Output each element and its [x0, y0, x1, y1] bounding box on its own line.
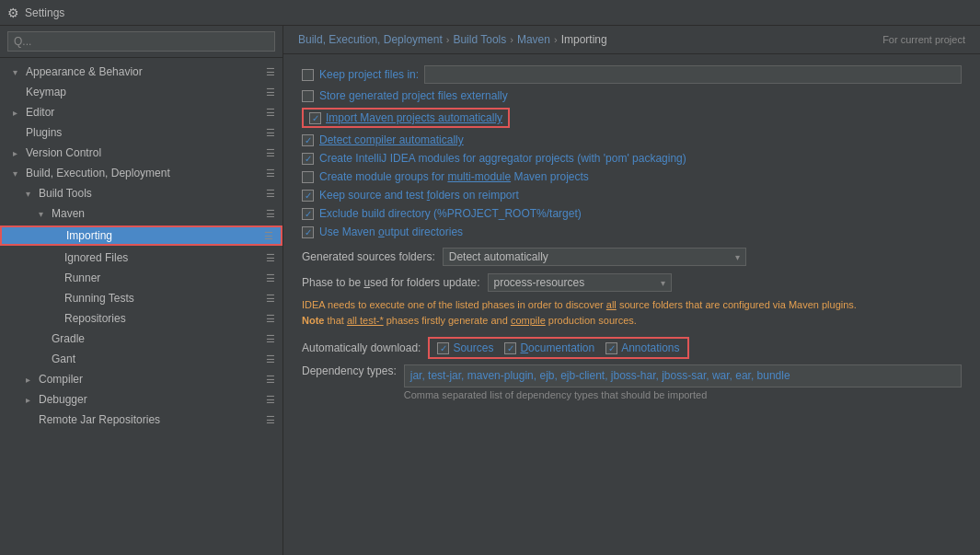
- sources-checkbox[interactable]: [437, 342, 449, 354]
- import-maven-checkbox[interactable]: [309, 112, 321, 124]
- keep-source-folders-label: Keep source and test folders on reimport: [319, 189, 519, 202]
- dropdown-arrow-icon: ▾: [735, 252, 740, 262]
- sidebar-item-label-build-tools: Build Tools: [39, 187, 92, 200]
- arrow-icon-compiler: ▸: [26, 375, 39, 385]
- keep-project-files-label: Keep project files in:: [319, 68, 419, 81]
- create-module-groups-checkbox[interactable]: [302, 171, 314, 183]
- sidebar-item-maven[interactable]: ▾Maven☰: [0, 203, 282, 224]
- detect-compiler-checkbox[interactable]: [302, 134, 314, 146]
- breadcrumb-separator: ›: [510, 34, 513, 45]
- create-modules-checkbox[interactable]: [302, 153, 314, 165]
- sidebar-item-label-plugins: Plugins: [26, 126, 62, 139]
- content-area: Build, Execution, Deployment›Build Tools…: [283, 26, 980, 555]
- sidebar-item-label-running-tests: Running Tests: [64, 292, 134, 305]
- settings-icon-runner: ☰: [266, 272, 275, 284]
- dependency-types-hint: Comma separated list of dependency types…: [404, 389, 962, 400]
- breadcrumb-item-build-tools[interactable]: Build Tools: [453, 33, 506, 46]
- annotations-cb-wrap: Annotations: [605, 341, 679, 354]
- documentation-label: Documentation: [520, 341, 594, 354]
- sidebar-item-runner[interactable]: Runner☰: [0, 268, 282, 288]
- hint-text-block: IDEA needs to execute one of the listed …: [302, 297, 962, 328]
- sidebar-item-version-control[interactable]: ▸Version Control☰: [0, 143, 282, 163]
- arrow-icon-build-tools: ▾: [26, 189, 39, 199]
- store-generated-label: Store generated project files externally: [319, 89, 508, 102]
- sidebar-item-label-editor: Editor: [26, 106, 54, 119]
- arrow-icon-debugger: ▸: [26, 395, 39, 405]
- import-maven-row: Import Maven projects automatically: [302, 108, 510, 128]
- sidebar-item-label-keymap: Keymap: [26, 86, 66, 98]
- sidebar: ▾Appearance & Behavior☰ Keymap☰▸Editor☰ …: [0, 26, 283, 555]
- breadcrumb: Build, Execution, Deployment›Build Tools…: [283, 26, 980, 54]
- sidebar-item-importing[interactable]: Importing☰: [0, 224, 282, 248]
- keep-source-folders-checkbox[interactable]: [302, 190, 314, 202]
- sidebar-item-gradle[interactable]: Gradle☰: [0, 329, 282, 349]
- keep-project-files-input[interactable]: [424, 65, 962, 84]
- phase-dropdown-arrow-icon: ▾: [661, 278, 665, 288]
- use-maven-output-checkbox[interactable]: [302, 226, 314, 238]
- sidebar-item-label-gant: Gant: [52, 353, 75, 365]
- detect-compiler-label: Detect compiler automatically: [319, 133, 464, 146]
- breadcrumb-item-maven[interactable]: Maven: [517, 33, 550, 46]
- dependency-types-value[interactable]: jar, test-jar, maven-plugin, ejb, ejb-cl…: [404, 364, 962, 387]
- keep-project-files-row: Keep project files in:: [302, 65, 962, 84]
- sidebar-item-build-tools[interactable]: ▾Build Tools☰: [0, 183, 282, 203]
- exclude-build-dir-checkbox[interactable]: [302, 208, 314, 220]
- auto-download-row: Automatically download: Sources Document…: [302, 337, 962, 359]
- documentation-cb-wrap: Documentation: [504, 341, 594, 354]
- store-generated-checkbox[interactable]: [302, 90, 314, 102]
- sidebar-item-running-tests[interactable]: Running Tests☰: [0, 288, 282, 308]
- breadcrumb-item-importing: Importing: [561, 33, 607, 46]
- sidebar-item-keymap[interactable]: Keymap☰: [0, 82, 282, 102]
- keep-project-files-checkbox[interactable]: [302, 69, 314, 81]
- sidebar-item-compiler[interactable]: ▸Compiler☰: [0, 369, 282, 389]
- title-bar: ⚙ Settings: [0, 0, 980, 26]
- sidebar-item-label-compiler: Compiler: [39, 373, 83, 386]
- create-module-groups-row: Create module groups for multi-module Ma…: [302, 170, 962, 183]
- documentation-checkbox[interactable]: [504, 342, 516, 354]
- sidebar-item-repositories[interactable]: Repositories☰: [0, 308, 282, 329]
- sidebar-item-editor[interactable]: ▸Editor☰: [0, 102, 282, 122]
- settings-icon-keymap: ☰: [266, 87, 275, 98]
- create-modules-row: Create IntelliJ IDEA modules for aggrega…: [302, 152, 962, 165]
- exclude-build-dir-label: Exclude build directory (%PROJECT_ROOT%/…: [319, 207, 582, 220]
- sidebar-item-remote-jar-repos[interactable]: Remote Jar Repositories☰: [0, 410, 282, 430]
- app-icon: ⚙: [7, 6, 19, 20]
- generated-sources-dropdown[interactable]: Detect automatically ▾: [443, 248, 746, 266]
- auto-download-checkboxes: Sources Documentation Annotations: [428, 337, 688, 359]
- settings-icon-maven: ☰: [266, 208, 275, 220]
- settings-icon-version-control: ☰: [266, 147, 275, 159]
- generated-sources-row: Generated sources folders: Detect automa…: [302, 248, 962, 266]
- sidebar-item-plugins[interactable]: Plugins☰: [0, 122, 282, 143]
- arrow-icon-editor: ▸: [13, 108, 26, 118]
- dependency-types-label: Dependency types:: [302, 364, 397, 377]
- sidebar-item-label-ignored-files: Ignored Files: [64, 251, 128, 264]
- sources-label: Sources: [453, 341, 493, 354]
- sidebar-item-build-exec-deploy[interactable]: ▾Build, Execution, Deployment☰: [0, 163, 282, 183]
- breadcrumb-item-build,-execution,-deployment[interactable]: Build, Execution, Deployment: [298, 33, 443, 46]
- detect-compiler-row: Detect compiler automatically: [302, 133, 962, 146]
- settings-icon-debugger: ☰: [266, 394, 275, 406]
- settings-icon-build-exec-deploy: ☰: [266, 168, 275, 179]
- settings-icon-plugins: ☰: [266, 127, 275, 139]
- dependency-types-row: Dependency types: jar, test-jar, maven-p…: [302, 364, 962, 400]
- settings-icon-build-tools: ☰: [266, 188, 275, 200]
- hint-line-2: Note that all test-* phases firstly gene…: [302, 313, 962, 329]
- arrow-icon-build-exec-deploy: ▾: [13, 168, 26, 179]
- sources-cb-wrap: Sources: [437, 341, 493, 354]
- sidebar-item-debugger[interactable]: ▸Debugger☰: [0, 389, 282, 410]
- sidebar-item-ignored-files[interactable]: Ignored Files☰: [0, 248, 282, 268]
- sidebar-item-label-build-exec-deploy: Build, Execution, Deployment: [26, 167, 170, 179]
- phase-used-dropdown[interactable]: process-resources ▾: [488, 273, 672, 292]
- annotations-checkbox[interactable]: [605, 342, 617, 354]
- sidebar-item-gant[interactable]: Gant☰: [0, 349, 282, 369]
- sidebar-item-appearance-behavior[interactable]: ▾Appearance & Behavior☰: [0, 62, 282, 82]
- search-input[interactable]: [7, 31, 275, 52]
- arrow-icon-maven: ▾: [39, 209, 52, 219]
- settings-icon-running-tests: ☰: [266, 293, 275, 305]
- keep-source-folders-row: Keep source and test folders on reimport: [302, 189, 962, 202]
- sidebar-item-label-gradle: Gradle: [52, 332, 85, 345]
- auto-download-label: Automatically download:: [302, 341, 421, 354]
- settings-icon-remote-jar-repos: ☰: [266, 414, 275, 426]
- arrow-icon-appearance-behavior: ▾: [13, 67, 26, 77]
- search-box: [0, 26, 282, 58]
